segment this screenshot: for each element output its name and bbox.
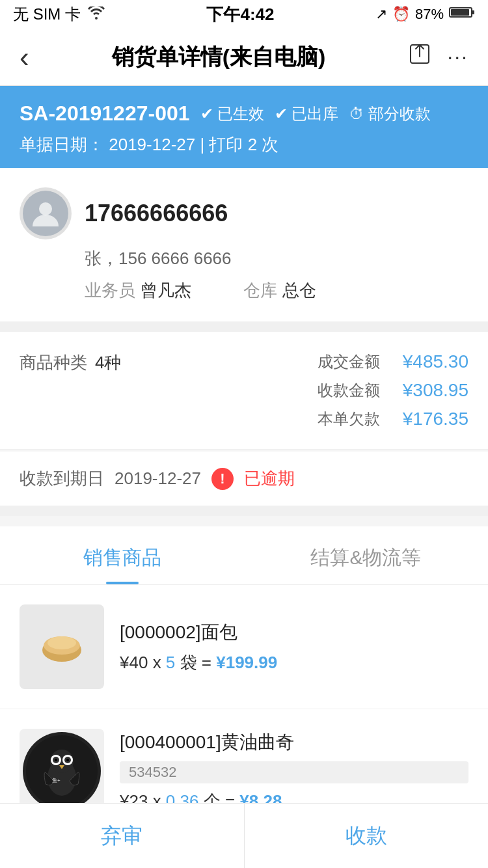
status-effective: ✔ 已生效 [200, 103, 264, 124]
received-label: 收款金额 [318, 380, 380, 401]
tabs-section: 销售商品 结算&物流等 [0, 526, 488, 585]
stats-left: 商品种类 4种 [20, 351, 121, 374]
debt-row: 本单欠款 ¥176.35 [318, 409, 468, 429]
customer-main: 17666666666 [20, 187, 468, 239]
customer-name: 17666666666 [85, 200, 228, 227]
warehouse-value: 总仓 [282, 279, 316, 302]
product-name-2: [000400001]黄油曲奇 [120, 730, 468, 755]
product-info-1: [0000002]面包 ¥40 x 5 袋 = ¥199.99 [120, 604, 468, 689]
status-bar: 无 SIM 卡 下午4:42 ↗ ⏰ 87% [0, 0, 488, 29]
status-right: ↗ ⏰ 87% [375, 6, 475, 23]
order-date-row: 单据日期： 2019-12-27 | 打印 2 次 [20, 133, 468, 156]
more-icon[interactable]: ··· [447, 45, 468, 69]
product-types-item: 商品种类 4种 [20, 351, 121, 374]
battery-level: 87% [415, 6, 444, 23]
received-value: ¥308.95 [390, 380, 468, 401]
avatar [20, 187, 72, 239]
deal-amount-row: 成交金额 ¥485.30 [318, 351, 468, 372]
overdue-icon: ! [211, 468, 234, 490]
payment-due-date: 2019-12-27 [115, 468, 201, 489]
debt-value: ¥176.35 [390, 409, 468, 429]
svg-point-7 [47, 636, 76, 649]
overdue-text: 已逾期 [244, 467, 295, 490]
salesperson-item: 业务员 曾凡杰 [85, 279, 191, 302]
tab-products[interactable]: 销售商品 [0, 526, 244, 584]
svg-rect-1 [472, 10, 474, 14]
location-icon: ↗ [375, 6, 387, 23]
order-id: SA-20191227-001 [20, 102, 190, 126]
order-date: 2019-12-27 [109, 135, 195, 154]
divider-1 [0, 321, 488, 332]
tab-settlement[interactable]: 结算&物流等 [244, 526, 488, 584]
bread-image [20, 604, 104, 689]
nav-bar: ‹ 销货单详情(来自电脑) ··· [0, 29, 488, 86]
bottom-bar: 弃审 收款 [0, 803, 488, 868]
tabs-row: 销售商品 结算&物流等 [0, 526, 488, 585]
svg-rect-2 [451, 9, 469, 16]
product-info-2: [000400001]黄油曲奇 534532 ¥23 x 0.36 个 = ¥8… [120, 729, 468, 813]
status-time: 下午4:42 [206, 3, 274, 26]
product-total-1: ¥199.99 [216, 653, 277, 672]
date-label: 单据日期： [20, 135, 104, 154]
customer-section: 17666666666 张，156 6666 6666 业务员 曾凡杰 仓库 总… [0, 168, 488, 321]
product-name-1: [0000002]面包 [120, 620, 468, 645]
svg-text:鱼+: 鱼+ [52, 778, 61, 783]
product-tag-2: 534532 [120, 761, 468, 783]
avatar-icon [23, 191, 68, 236]
status-left: 无 SIM 卡 [13, 4, 105, 25]
clock-icon: ⏱ [349, 105, 364, 123]
product-item-1: [0000002]面包 ¥40 x 5 袋 = ¥199.99 [0, 585, 488, 709]
product-thumb-1 [20, 604, 104, 689]
check-icon-2: ✔ [275, 105, 288, 123]
stats-right: 成交金额 ¥485.30 收款金额 ¥308.95 本单欠款 ¥176.35 [318, 351, 468, 429]
received-row: 收款金额 ¥308.95 [318, 380, 468, 401]
battery-icon [449, 6, 475, 23]
page-title: 销货单详情(来自电脑) [112, 42, 326, 72]
debt-label: 本单欠款 [318, 409, 380, 429]
deal-amount-value: ¥485.30 [390, 351, 468, 372]
svg-point-4 [39, 202, 52, 215]
warehouse-item: 仓库 总仓 [243, 279, 316, 302]
product-price-1: ¥40 x 5 袋 = ¥199.99 [120, 651, 468, 674]
salesperson-value: 曾凡杰 [141, 279, 191, 302]
deal-amount-label: 成交金额 [318, 351, 380, 372]
back-button[interactable]: ‹ [20, 41, 29, 74]
svg-point-16 [66, 759, 69, 761]
share-icon[interactable] [408, 42, 431, 72]
customer-sub: 张，156 6666 6666 [85, 247, 468, 270]
confirm-button[interactable]: 收款 [245, 804, 489, 868]
divider-2 [0, 449, 488, 450]
warehouse-label: 仓库 [243, 279, 277, 302]
product-types-value: 4种 [95, 351, 121, 374]
stats-section: 商品种类 4种 成交金额 ¥485.30 收款金额 ¥308.95 本单欠款 ¥… [0, 332, 488, 449]
svg-point-15 [55, 759, 57, 761]
customer-meta: 业务员 曾凡杰 仓库 总仓 [85, 279, 468, 302]
check-icon-1: ✔ [200, 105, 213, 123]
product-image-2: 鱼+ [23, 732, 101, 810]
product-qty-1: 5 [166, 653, 175, 672]
status-shipped: ✔ 已出库 [275, 103, 338, 124]
product-thumb-2: 鱼+ [20, 729, 104, 813]
order-header: SA-20191227-001 ✔ 已生效 ✔ 已出库 ⏱ 部分收款 单据日期：… [0, 86, 488, 168]
salesperson-label: 业务员 [85, 279, 135, 302]
product-types-label: 商品种类 [20, 351, 87, 374]
divider-3 [0, 506, 488, 516]
order-header-top: SA-20191227-001 ✔ 已生效 ✔ 已出库 ⏱ 部分收款 [20, 102, 468, 126]
cancel-button[interactable]: 弃审 [0, 804, 245, 868]
alarm-icon: ⏰ [392, 6, 410, 23]
stats-row: 商品种类 4种 成交金额 ¥485.30 收款金额 ¥308.95 本单欠款 ¥… [20, 351, 468, 429]
sim-status: 无 SIM 卡 [13, 4, 81, 25]
wifi-icon [87, 5, 105, 23]
status-partial: ⏱ 部分收款 [349, 103, 431, 124]
nav-actions: ··· [408, 42, 468, 72]
product-list: [0000002]面包 ¥40 x 5 袋 = ¥199.99 [0, 585, 488, 834]
print-info: | 打印 2 次 [200, 135, 278, 154]
payment-due-section: 收款到期日 2019-12-27 ! 已逾期 [0, 452, 488, 506]
payment-due-label: 收款到期日 [20, 467, 104, 490]
